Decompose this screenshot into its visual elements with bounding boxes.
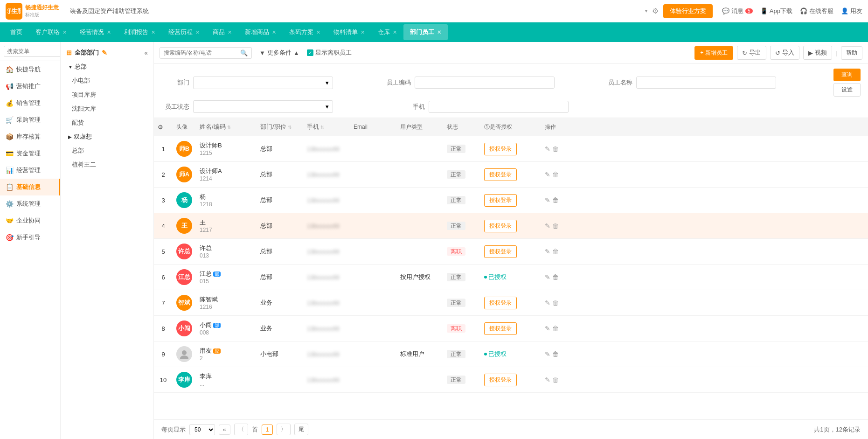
- tab-history[interactable]: 经营历程 ✕: [162, 24, 206, 40]
- import-button[interactable]: ↺ 导入: [770, 46, 799, 60]
- delete-button[interactable]: 🗑: [552, 325, 559, 332]
- tab-home[interactable]: 首页: [4, 24, 29, 40]
- dropdown-arrow[interactable]: ▾: [645, 8, 647, 14]
- resigned-checkbox[interactable]: ✓: [307, 49, 313, 56]
- tab-goods[interactable]: 商品 ✕: [206, 24, 238, 40]
- tab-warehouse[interactable]: 仓库 ✕: [371, 24, 403, 40]
- trial-button[interactable]: 体验行业方案: [663, 4, 713, 18]
- avatar: 智斌: [176, 295, 192, 311]
- search-button[interactable]: 查询: [833, 69, 861, 81]
- dept-item-zongbu[interactable]: 总部: [61, 144, 153, 158]
- next-page-btn[interactable]: 〉: [277, 424, 291, 435]
- delete-button[interactable]: 🗑: [552, 273, 559, 281]
- tab-department[interactable]: 部门员工 ✕: [403, 24, 448, 40]
- user-btn[interactable]: 👤 用友: [841, 7, 862, 15]
- sidebar-item-purchase[interactable]: 🛒采购管理: [0, 111, 60, 128]
- tab-customer[interactable]: 客户联络 ✕: [29, 24, 73, 40]
- sidebar-item-basic-info[interactable]: 📋基础信息: [0, 179, 60, 195]
- edit-button[interactable]: ✎: [545, 273, 550, 281]
- more-filter-btn[interactable]: ▼ 更多条件 ▲: [256, 47, 303, 59]
- help-button[interactable]: 帮助: [841, 46, 862, 60]
- sidebar-item-operation-mgmt[interactable]: 📊经营管理: [0, 162, 60, 179]
- gear-icon[interactable]: ⚙: [652, 7, 659, 15]
- delete-button[interactable]: 🗑: [552, 171, 559, 178]
- show-resigned-toggle[interactable]: ✓ 显示离职员工: [307, 49, 352, 57]
- message-btn[interactable]: 💬 消息 5: [722, 7, 753, 15]
- dept-group-headquarters[interactable]: ▼ 总部: [61, 60, 153, 74]
- app-download-btn[interactable]: 📱 App下载: [760, 7, 792, 15]
- auth-login-button[interactable]: 授权登录: [484, 220, 517, 232]
- dept-item-shenyangdaku[interactable]: 沈阳大库: [61, 102, 153, 116]
- cell-email-0: [350, 136, 396, 162]
- topbar: 好生意 畅捷通好生意 标准版 装备及固定资产辅助管理系统 ▾ ⚙ 体验行业方案 …: [0, 0, 868, 22]
- th-name-code[interactable]: 姓名/编码 ⇅: [196, 118, 257, 136]
- sidebar-item-marketing[interactable]: 📢营销推广: [0, 78, 60, 95]
- emp-status-select[interactable]: ▾: [193, 100, 333, 113]
- phone-filter-input[interactable]: [429, 101, 569, 113]
- auth-login-button[interactable]: 授权登录: [484, 245, 517, 258]
- dept-filter-select[interactable]: ▾: [193, 77, 333, 89]
- emp-code-input[interactable]: [415, 77, 555, 89]
- edit-button[interactable]: ✎: [545, 299, 550, 307]
- sidebar-item-guide[interactable]: 🎯新手引导: [0, 229, 60, 246]
- search-employee-input[interactable]: [164, 49, 238, 56]
- set-button[interactable]: 设置: [833, 83, 861, 97]
- sidebar-item-inventory[interactable]: 📦库存核算: [0, 128, 60, 145]
- th-dept[interactable]: 部门/职位 ⇅: [257, 118, 303, 136]
- sidebar-item-system[interactable]: ⚙️系统管理: [0, 195, 60, 212]
- logo-area: 好生意 畅捷通好生意 标准版: [6, 3, 66, 20]
- auth-login-button[interactable]: 授权登录: [484, 168, 517, 181]
- edit-button[interactable]: ✎: [545, 196, 550, 204]
- th-phone[interactable]: 手机 ⇅: [303, 118, 350, 136]
- tab-profit[interactable]: 利润报告 ✕: [118, 24, 162, 40]
- edit-button[interactable]: ✎: [545, 376, 550, 383]
- auth-login-button[interactable]: 授权登录: [484, 194, 517, 207]
- emp-name-input[interactable]: [636, 77, 776, 89]
- delete-button[interactable]: 🗑: [552, 299, 559, 307]
- first-page-btn[interactable]: «: [219, 425, 230, 435]
- delete-button[interactable]: 🗑: [552, 376, 559, 383]
- dept-collapse-icon[interactable]: «: [144, 49, 148, 56]
- auth-login-button[interactable]: 授权登录: [484, 297, 517, 309]
- auth-login-button[interactable]: 授权登录: [484, 374, 517, 386]
- auth-login-button[interactable]: 授权登录: [484, 322, 517, 335]
- tab-barcode[interactable]: 条码方案 ✕: [283, 24, 327, 40]
- delete-button[interactable]: 🗑: [552, 248, 559, 255]
- edit-button[interactable]: ✎: [545, 248, 550, 255]
- prev-page-btn[interactable]: 〈: [234, 424, 248, 435]
- dept-item-xiaodibu[interactable]: 小电部: [61, 74, 153, 88]
- dept-item-peihuo[interactable]: 配货: [61, 116, 153, 130]
- table-settings-icon[interactable]: ⚙: [158, 124, 163, 131]
- edit-button[interactable]: ✎: [545, 350, 550, 358]
- dept-group-shuangxuxiang[interactable]: ▶ 双虚想: [61, 130, 153, 144]
- tab-bom[interactable]: 物料清单 ✕: [327, 24, 371, 40]
- last-page-btn[interactable]: 尾: [294, 424, 308, 435]
- edit-button[interactable]: ✎: [545, 171, 550, 178]
- dept-item-xiangmukufang[interactable]: 项目库房: [61, 88, 153, 102]
- delete-button[interactable]: 🗑: [552, 145, 559, 153]
- th-auth: ①是否授权: [480, 118, 541, 136]
- authorized-label: 已授权: [484, 350, 537, 358]
- online-service-btn[interactable]: 🎧 在线客服: [800, 7, 833, 15]
- auth-login-button[interactable]: 授权登录: [484, 143, 517, 155]
- delete-button[interactable]: 🗑: [552, 222, 559, 230]
- tab-add-goods[interactable]: 新增商品 ✕: [238, 24, 283, 40]
- edit-button[interactable]: ✎: [545, 145, 550, 153]
- export-button[interactable]: ↻ 导出: [737, 46, 766, 60]
- search-menu-input[interactable]: [4, 46, 61, 57]
- sidebar-item-sales[interactable]: 💰销售管理: [0, 95, 60, 111]
- sidebar-item-finance[interactable]: 💳资金管理: [0, 145, 60, 162]
- dept-item-zhishuwanger[interactable]: 植树王二: [61, 158, 153, 172]
- sidebar-item-nav[interactable]: 🏠快捷导航: [0, 61, 60, 78]
- sidebar-item-collab[interactable]: 🤝企业协同: [0, 212, 60, 229]
- delete-button[interactable]: 🗑: [552, 350, 559, 358]
- view-button[interactable]: ▶ 视频: [803, 46, 832, 60]
- employee-badge: 部: [213, 272, 221, 277]
- page-size-select[interactable]: 50 20 100: [189, 424, 215, 435]
- edit-button[interactable]: ✎: [545, 325, 550, 332]
- dept-edit-icon[interactable]: ✎: [102, 49, 107, 56]
- tab-operation[interactable]: 经营情况 ✕: [73, 24, 118, 40]
- delete-button[interactable]: 🗑: [552, 196, 559, 204]
- edit-button[interactable]: ✎: [545, 222, 550, 230]
- add-employee-button[interactable]: + 新增员工: [694, 46, 733, 60]
